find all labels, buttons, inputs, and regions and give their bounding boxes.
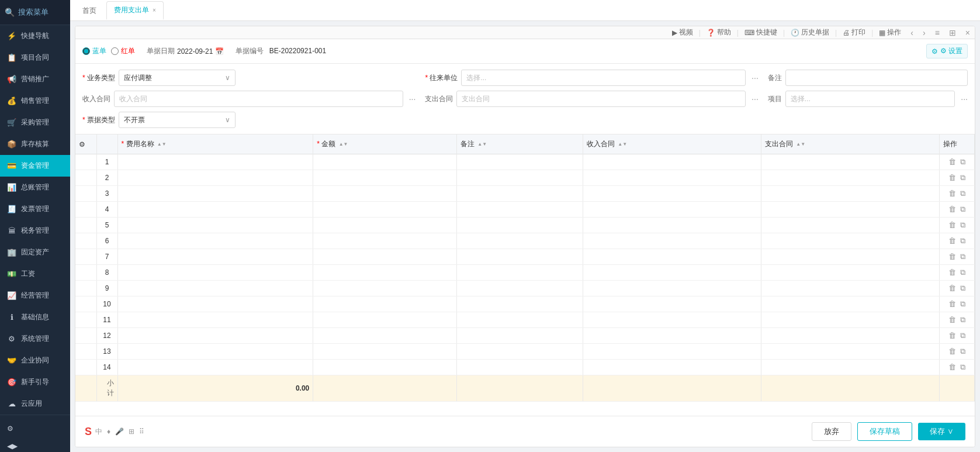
tab-expense[interactable]: 费用支出单 × xyxy=(106,1,164,20)
row-amount-cell[interactable] xyxy=(313,328,457,344)
row-expense-name-cell[interactable] xyxy=(117,186,313,202)
row-expense-contract-cell[interactable] xyxy=(761,202,939,218)
sidebar-volume[interactable]: ◀▶ xyxy=(0,437,70,452)
row-delete-icon[interactable]: 🗑 xyxy=(948,315,956,324)
row-notes-cell[interactable] xyxy=(456,328,583,344)
window-close-btn[interactable]: × xyxy=(965,28,970,37)
row-income-contract-cell[interactable] xyxy=(583,170,761,186)
row-expense-contract-cell[interactable] xyxy=(761,218,939,233)
row-amount-cell[interactable] xyxy=(313,281,457,296)
header-operation-action[interactable]: ▦ 操作 xyxy=(879,27,901,37)
row-delete-icon[interactable]: 🗑 xyxy=(948,331,956,340)
row-copy-icon[interactable]: ⧉ xyxy=(960,268,965,277)
row-income-contract-cell[interactable] xyxy=(583,218,761,233)
row-amount-cell[interactable] xyxy=(313,202,457,218)
row-expense-contract-cell[interactable] xyxy=(761,186,939,202)
header-view-list[interactable]: ≡ xyxy=(935,28,940,37)
row-copy-icon[interactable]: ⧉ xyxy=(960,315,965,324)
sidebar-item-marketing[interactable]: 📢营销推广 xyxy=(0,68,70,90)
row-income-contract-cell[interactable] xyxy=(583,265,761,281)
row-expense-contract-cell[interactable] xyxy=(761,296,939,312)
income-contract-input[interactable]: 收入合同 xyxy=(114,91,403,107)
save-draft-button[interactable]: 保存草稿 xyxy=(857,422,912,441)
row-delete-icon[interactable]: 🗑 xyxy=(948,173,956,182)
header-video-action[interactable]: ▶ 视频 xyxy=(672,27,693,37)
sidebar-item-enterprise[interactable]: 🤝企业协同 xyxy=(0,350,70,371)
row-expense-name-cell[interactable] xyxy=(117,154,313,170)
expense-name-sort[interactable]: ▲▼ xyxy=(157,142,167,147)
row-notes-cell[interactable] xyxy=(456,154,583,170)
row-delete-icon[interactable]: 🗑 xyxy=(948,189,956,198)
row-expense-name-cell[interactable] xyxy=(117,344,313,360)
row-expense-name-cell[interactable] xyxy=(117,281,313,296)
date-value[interactable]: 2022-09-21 xyxy=(177,47,213,56)
row-notes-cell[interactable] xyxy=(456,170,583,186)
header-help-action[interactable]: ❓ 帮助 xyxy=(707,27,731,37)
row-amount-cell[interactable] xyxy=(313,312,457,328)
row-delete-icon[interactable]: 🗑 xyxy=(948,220,956,229)
row-expense-name-cell[interactable] xyxy=(117,233,313,249)
business-type-select[interactable]: 应付调整 ∨ xyxy=(119,70,236,86)
partner-more-icon[interactable]: ··· xyxy=(752,73,759,82)
sidebar-item-quick-nav[interactable]: ⚡快捷导航 xyxy=(0,25,70,47)
row-copy-icon[interactable]: ⧉ xyxy=(960,347,965,356)
row-expense-contract-cell[interactable] xyxy=(761,249,939,265)
row-amount-cell[interactable] xyxy=(313,265,457,281)
row-copy-icon[interactable]: ⧉ xyxy=(960,284,965,292)
row-amount-cell[interactable] xyxy=(313,233,457,249)
invoice-type-select[interactable]: 不开票 ∨ xyxy=(119,112,236,128)
header-nav-next[interactable]: › xyxy=(923,28,926,37)
row-amount-cell[interactable] xyxy=(313,296,457,312)
row-delete-icon[interactable]: 🗑 xyxy=(948,252,956,261)
sidebar-item-assets[interactable]: 🏢固定资产 xyxy=(0,241,70,263)
sidebar-item-system[interactable]: ⚙系统管理 xyxy=(0,328,70,350)
row-expense-name-cell[interactable] xyxy=(117,202,313,218)
row-expense-name-cell[interactable] xyxy=(117,249,313,265)
notes-sort[interactable]: ▲▼ xyxy=(477,142,487,147)
header-history-action[interactable]: 🕐 历史单据 xyxy=(791,27,829,37)
row-income-contract-cell[interactable] xyxy=(583,296,761,312)
row-notes-cell[interactable] xyxy=(456,218,583,233)
income-contract-sort[interactable]: ▲▼ xyxy=(618,142,627,147)
header-nav-prev[interactable]: ‹ xyxy=(910,28,913,37)
sidebar-item-base-info[interactable]: ℹ基础信息 xyxy=(0,306,70,328)
row-income-contract-cell[interactable] xyxy=(583,312,761,328)
row-amount-cell[interactable] xyxy=(313,344,457,360)
calendar-icon[interactable]: 📅 xyxy=(215,47,224,56)
sidebar-item-project-contract[interactable]: 📋项目合同 xyxy=(0,47,70,68)
sidebar-item-operations[interactable]: 📈经营管理 xyxy=(0,285,70,306)
row-amount-cell[interactable] xyxy=(313,218,457,233)
row-expense-name-cell[interactable] xyxy=(117,312,313,328)
row-expense-contract-cell[interactable] xyxy=(761,233,939,249)
row-income-contract-cell[interactable] xyxy=(583,360,761,375)
row-expense-name-cell[interactable] xyxy=(117,296,313,312)
row-notes-cell[interactable] xyxy=(456,281,583,296)
row-delete-icon[interactable]: 🗑 xyxy=(948,205,956,213)
row-income-contract-cell[interactable] xyxy=(583,154,761,170)
row-expense-contract-cell[interactable] xyxy=(761,328,939,344)
row-expense-contract-cell[interactable] xyxy=(761,265,939,281)
row-expense-contract-cell[interactable] xyxy=(761,344,939,360)
sidebar-item-sales[interactable]: 💰销售管理 xyxy=(0,90,70,112)
row-notes-cell[interactable] xyxy=(456,202,583,218)
row-delete-icon[interactable]: 🗑 xyxy=(948,284,956,292)
th-gear[interactable]: ⚙ xyxy=(75,134,96,154)
sidebar-item-capital[interactable]: 💳资金管理 xyxy=(0,155,70,177)
settings-button[interactable]: ⚙ ⚙ 设置 xyxy=(926,44,968,58)
row-expense-contract-cell[interactable] xyxy=(761,281,939,296)
row-income-contract-cell[interactable] xyxy=(583,233,761,249)
tab-close-expense[interactable]: × xyxy=(153,7,156,13)
expense-contract-sort[interactable]: ▲▼ xyxy=(796,142,805,147)
header-print-action[interactable]: 🖨 打印 xyxy=(843,27,865,37)
row-notes-cell[interactable] xyxy=(456,312,583,328)
row-expense-name-cell[interactable] xyxy=(117,170,313,186)
row-income-contract-cell[interactable] xyxy=(583,186,761,202)
row-copy-icon[interactable]: ⧉ xyxy=(960,252,965,261)
sidebar-item-tax[interactable]: 🏛税务管理 xyxy=(0,220,70,241)
sidebar-item-newbie[interactable]: 🎯新手引导 xyxy=(0,371,70,393)
sidebar-item-payroll[interactable]: 💵工资 xyxy=(0,263,70,285)
row-notes-cell[interactable] xyxy=(456,296,583,312)
row-income-contract-cell[interactable] xyxy=(583,202,761,218)
row-expense-contract-cell[interactable] xyxy=(761,360,939,375)
project-input[interactable]: 选择... xyxy=(785,91,955,107)
